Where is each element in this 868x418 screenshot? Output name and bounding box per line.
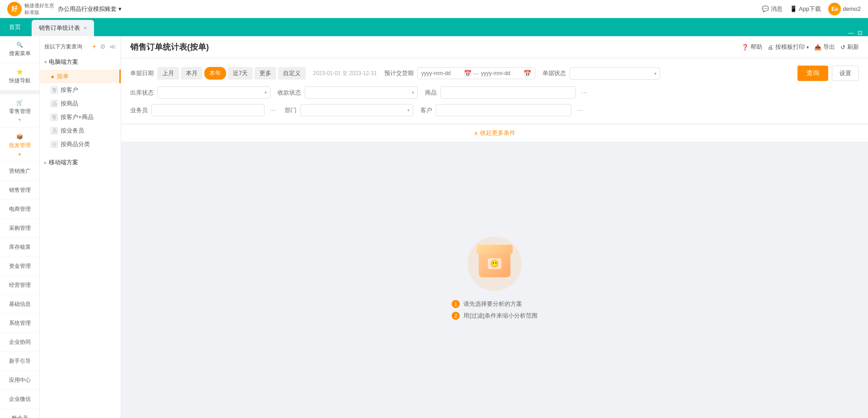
print-icon: 🖨	[768, 44, 774, 51]
main-layout: 🔍 搜索菜单 ⭐ 快捷导航 🛒 零售管理 ▾ 📦 批发管理 ▴ 营销推广 销售管…	[0, 36, 868, 418]
sidebar-quick-nav[interactable]: ⭐ 快捷导航	[0, 63, 39, 90]
retail-icon: 🛒	[16, 100, 23, 106]
window-minimize-btn[interactable]: —	[848, 29, 854, 36]
sidebar-item-inventory[interactable]: 库存核算	[0, 238, 39, 257]
add-scheme-btn[interactable]: +	[92, 43, 96, 51]
goods-scheme-icon: 品	[51, 100, 58, 107]
scheme-item-by-goods[interactable]: 品 按商品	[40, 97, 121, 110]
date-range-group: 2023-01-01 至 2023-12-31	[313, 70, 377, 77]
sidebar-item-member[interactable]: 畅会员	[0, 409, 39, 418]
mobile-scheme-title[interactable]: ▸ 移动端方案	[40, 156, 121, 169]
department-select[interactable]	[300, 104, 413, 116]
export-btn[interactable]: 📤 导出	[814, 43, 835, 51]
sidebar-item-retail[interactable]: 🛒 零售管理 ▾	[0, 94, 39, 128]
expected-date-label: 预计交货期	[384, 69, 414, 77]
empty-state: 😶 1 请先选择要分析的方案 2 用[过滤]条件来缩小分析范围	[121, 142, 868, 418]
goods-more-btn[interactable]: ···	[580, 89, 589, 97]
refresh-btn[interactable]: ↺ 刷新	[840, 43, 859, 51]
customer-input[interactable]	[436, 104, 571, 116]
date-separator: —	[473, 70, 479, 77]
collapse-row[interactable]: ∧ 收起更多条件	[121, 124, 868, 142]
sidebar-item-collab[interactable]: 企业协同	[0, 333, 39, 352]
filter-row-2: 出库状态 ▾ 收款状态	[130, 86, 859, 99]
date-btn-custom[interactable]: 自定义	[278, 67, 306, 80]
help-btn[interactable]: ❓ 帮助	[741, 43, 762, 51]
empty-hint-2: 2 用[过滤]条件来缩小分析范围	[452, 312, 537, 320]
sidebar-search[interactable]: 🔍 搜索菜单	[0, 36, 39, 63]
tab-close-btn[interactable]: ×	[84, 25, 87, 31]
scheme-item-by-category[interactable]: 分 按商品分类	[40, 138, 121, 151]
sidebar-item-ecommerce[interactable]: 电商管理	[0, 200, 39, 219]
empty-face: 😶	[488, 258, 501, 269]
customer-label: 客户	[420, 106, 432, 114]
hint-num-2: 2	[452, 312, 460, 320]
user-menu[interactable]: Ea demo2	[828, 3, 861, 15]
sidebar-item-marketing[interactable]: 营销推广	[0, 162, 39, 181]
sidebar-item-basic[interactable]: 基础信息	[0, 295, 39, 314]
tab-home[interactable]: 首页	[0, 18, 30, 36]
expected-date-from[interactable]	[421, 70, 462, 76]
salesperson-label: 业务员	[130, 106, 148, 114]
filter-row-1: 单据日期 上月 本月 本年 近7天 更多 自定义 2023-01-01 至 20…	[130, 66, 859, 81]
pc-scheme-title[interactable]: ▾ 电脑端方案	[40, 55, 121, 69]
empty-illustration: 😶	[467, 237, 522, 291]
help-icon: ❓	[741, 44, 749, 51]
expected-date-group: 预计交货期 📅 — 📅	[384, 67, 535, 79]
app-download-btn[interactable]: 📱 App下载	[790, 5, 821, 13]
sidebar-item-sales[interactable]: 销售管理	[0, 181, 39, 200]
app-selector[interactable]: 办公用品行业模拟账套 ▾	[58, 5, 122, 13]
expected-date-input[interactable]: 📅 — 📅	[417, 67, 535, 79]
empty-hints: 1 请先选择要分析的方案 2 用[过滤]条件来缩小分析范围	[452, 300, 537, 323]
salesperson-input[interactable]	[151, 104, 264, 116]
scheme-item-by-order[interactable]: ● 按单	[40, 70, 121, 83]
tab-active[interactable]: 销售订单统计表 ×	[32, 20, 94, 36]
date-btn-this-month[interactable]: 本月	[181, 67, 203, 80]
search-button[interactable]: 查询	[797, 66, 828, 81]
goods-label: 商品	[425, 89, 437, 97]
date-btn-group: 上月 本月 本年 近7天 更多 自定义	[157, 67, 306, 80]
print-btn[interactable]: 🖨 按模板打印 ▾	[768, 43, 809, 51]
sidebar-item-operation[interactable]: 经营管理	[0, 276, 39, 295]
goods-input[interactable]	[440, 86, 576, 99]
collapse-panel-btn[interactable]: ≪	[109, 43, 116, 50]
window-maximize-btn[interactable]: ⊡	[858, 29, 863, 36]
date-btn-this-year[interactable]: 本年	[204, 67, 226, 80]
sidebar-item-finance[interactable]: 资金管理	[0, 257, 39, 276]
sidebar: 🔍 搜索菜单 ⭐ 快捷导航 🛒 零售管理 ▾ 📦 批发管理 ▴ 营销推广 销售管…	[0, 36, 40, 418]
sidebar-item-wechat[interactable]: 企业微信	[0, 390, 39, 409]
scheme-settings-btn[interactable]: ⚙	[100, 43, 106, 50]
sidebar-item-system[interactable]: 系统管理	[0, 314, 39, 333]
department-select-wrapper: ▾	[300, 104, 413, 116]
delivery-select[interactable]	[157, 86, 270, 99]
customer-more-btn[interactable]: ···	[575, 106, 585, 114]
settings-button[interactable]: 设置	[832, 66, 859, 81]
active-scheme-icon: ●	[51, 73, 54, 80]
page-actions: ❓ 帮助 🖨 按模板打印 ▾ 📤 导出 ↺ 刷新	[741, 43, 859, 57]
date-btn-last-month[interactable]: 上月	[157, 67, 179, 80]
payment-filter-group: 收款状态 ▾	[278, 86, 418, 99]
right-content: 销售订单统计表(按单) ❓ 帮助 🖨 按模板打印 ▾ 📤 导出	[121, 36, 868, 418]
payment-select[interactable]	[305, 86, 418, 99]
export-icon: 📤	[814, 44, 821, 51]
filter-area: 单据日期 上月 本月 本年 近7天 更多 自定义 2023-01-01 至 20…	[121, 58, 868, 124]
date-btn-more[interactable]: 更多	[255, 67, 276, 80]
main-body: 按以下方案查询 + ⚙ ≪ ▾ 电脑端方案 ● 按单 客 按客户	[40, 36, 868, 418]
date-btn-7days[interactable]: 近7天	[228, 67, 253, 80]
mobile-scheme-section: ▸ 移动端方案	[40, 154, 121, 171]
date-range-label: 2023-01-01 至 2023-12-31	[313, 70, 377, 77]
message-btn[interactable]: 💬 消息	[762, 5, 783, 13]
scheme-item-by-customer-goods[interactable]: 客 按客户+商品	[40, 110, 121, 124]
sidebar-item-purchase[interactable]: 采购管理	[0, 219, 39, 238]
sidebar-item-wholesale[interactable]: 📦 批发管理 ▴	[0, 128, 39, 162]
customer-goods-scheme-icon: 客	[51, 114, 58, 121]
salesperson-more-btn[interactable]: ···	[268, 106, 278, 114]
sidebar-item-appstore[interactable]: 应用中心	[0, 371, 39, 390]
scheme-item-by-salesperson[interactable]: 员 按业务员	[40, 124, 121, 138]
sidebar-item-newbie[interactable]: 新手引导	[0, 352, 39, 371]
expected-date-to[interactable]	[481, 70, 522, 76]
avatar: Ea	[828, 3, 841, 15]
category-scheme-icon: 分	[51, 141, 58, 148]
status-select[interactable]	[570, 67, 660, 80]
left-panel-header: 按以下方案查询 + ⚙ ≪	[40, 40, 121, 53]
scheme-item-by-customer[interactable]: 客 按客户	[40, 83, 121, 97]
